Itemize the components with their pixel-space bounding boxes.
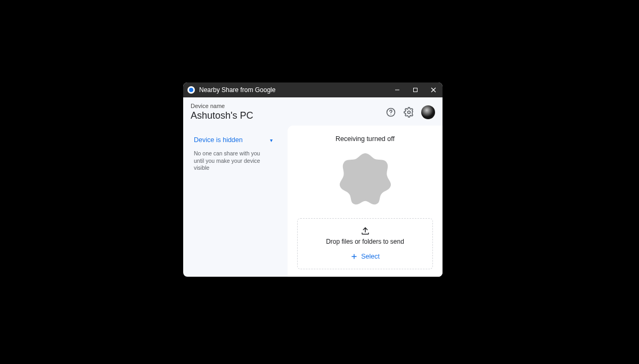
titlebar-title: Nearby Share from Google — [199, 86, 392, 94]
main-panel: Receiving turned off Drop files or folde… — [288, 126, 443, 277]
badge-area — [297, 151, 433, 205]
visibility-subtext: No one can share with you until you make… — [194, 150, 271, 172]
close-button[interactable] — [429, 87, 438, 93]
svg-rect-1 — [414, 88, 417, 92]
sidebar: Device is hidden ▾ No one can share with… — [183, 126, 288, 277]
header-actions — [385, 105, 435, 119]
app-icon — [187, 86, 195, 94]
select-label: Select — [361, 253, 380, 260]
visibility-dropdown[interactable]: Device is hidden ▾ — [194, 135, 273, 145]
plus-icon — [350, 253, 358, 260]
device-name-label: Device name — [191, 103, 385, 109]
minimize-icon — [395, 87, 400, 93]
maximize-button[interactable] — [411, 87, 420, 93]
visibility-dropdown-label: Device is hidden — [194, 136, 243, 144]
receiving-status: Receiving turned off — [297, 135, 433, 143]
device-name: Ashutosh's PC — [191, 110, 385, 121]
minimize-button[interactable] — [392, 87, 402, 93]
header: Device name Ashutosh's PC — [183, 97, 443, 126]
svg-point-5 — [390, 114, 391, 114]
chevron-down-icon: ▾ — [270, 137, 273, 143]
svg-point-6 — [408, 111, 411, 113]
dropzone-text: Drop files or folders to send — [326, 238, 404, 245]
upload-icon — [361, 226, 370, 236]
gear-icon — [404, 107, 414, 118]
dropzone[interactable]: Drop files or folders to send Select — [297, 218, 433, 269]
close-icon — [431, 87, 436, 93]
select-button[interactable]: Select — [350, 253, 380, 260]
header-left: Device name Ashutosh's PC — [191, 103, 385, 121]
avatar[interactable] — [421, 105, 435, 119]
maximize-icon — [413, 87, 418, 93]
app-window: Nearby Share from Google Device name Ash… — [183, 82, 443, 277]
settings-button[interactable] — [403, 106, 415, 118]
titlebar: Nearby Share from Google — [183, 82, 443, 97]
status-badge-icon — [338, 151, 392, 205]
help-button[interactable] — [385, 106, 397, 118]
help-icon — [386, 107, 396, 118]
window-controls — [392, 87, 438, 93]
body: Device is hidden ▾ No one can share with… — [183, 126, 443, 277]
